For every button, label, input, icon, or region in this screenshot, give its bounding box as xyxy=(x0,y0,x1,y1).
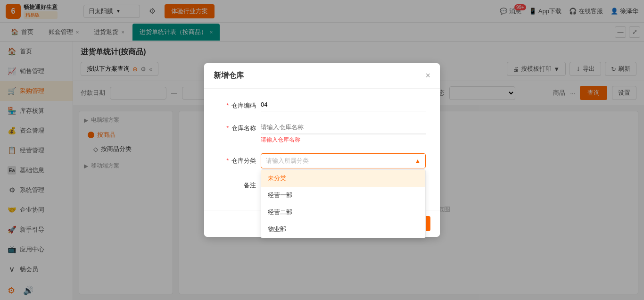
warehouse-category-wrap: 请输入所属分类 ▲ 未分类 经营一部 经营二部 物业部 xyxy=(261,153,426,168)
category-option-3[interactable]: 物业部 xyxy=(261,221,425,238)
modal-body: * 仓库编码 * 仓库名称 请输入仓库名称 xyxy=(204,89,440,210)
warehouse-code-wrap xyxy=(261,98,426,111)
warehouse-name-input[interactable] xyxy=(261,121,426,134)
warehouse-category-row: * 仓库分类 请输入所属分类 ▲ 未分类 经营一部 经营二部 物业部 xyxy=(218,153,426,168)
modal-overlay: 新增仓库 × * 仓库编码 * 仓库名称 xyxy=(0,0,644,300)
warehouse-category-label: * 仓库分类 xyxy=(218,153,256,165)
warehouse-code-input[interactable] xyxy=(261,98,426,111)
add-warehouse-modal: 新增仓库 × * 仓库编码 * 仓库名称 xyxy=(204,63,440,237)
warehouse-category-select[interactable]: 请输入所属分类 ▲ xyxy=(261,153,426,168)
modal-title: 新增仓库 xyxy=(214,71,244,81)
warehouse-name-error: 请输入仓库名称 xyxy=(261,136,426,144)
category-option-0[interactable]: 未分类 xyxy=(261,170,425,187)
notes-label: 备注 xyxy=(218,178,256,190)
warehouse-name-row: * 仓库名称 请输入仓库名称 xyxy=(218,121,426,144)
warehouse-code-label: * 仓库编码 xyxy=(218,98,256,110)
warehouse-category-placeholder: 请输入所属分类 xyxy=(266,157,309,165)
modal-header: 新增仓库 × xyxy=(204,63,440,89)
category-option-1[interactable]: 经营一部 xyxy=(261,187,425,204)
warehouse-name-wrap: 请输入仓库名称 xyxy=(261,121,426,144)
chevron-up-icon: ▲ xyxy=(415,158,421,164)
category-dropdown: 未分类 经营一部 经营二部 物业部 xyxy=(261,169,426,238)
category-option-2[interactable]: 经营二部 xyxy=(261,204,425,221)
modal-close-button[interactable]: × xyxy=(425,71,430,81)
warehouse-name-label: * 仓库名称 xyxy=(218,121,256,133)
warehouse-code-row: * 仓库编码 xyxy=(218,98,426,111)
